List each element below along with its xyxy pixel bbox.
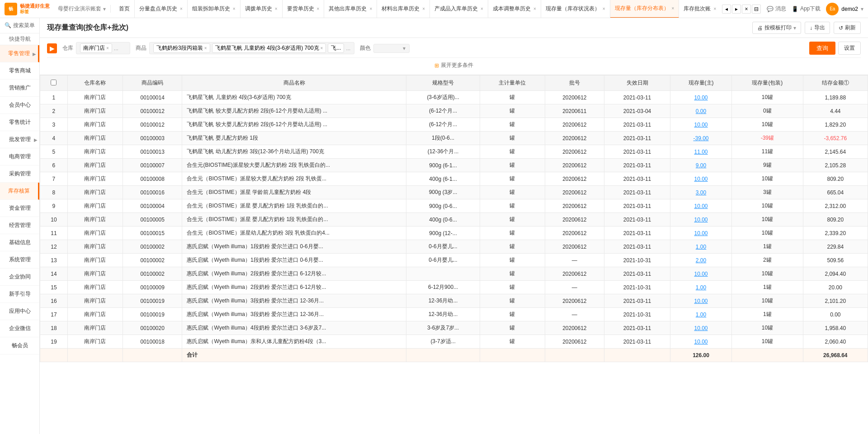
cell-qty-pkg: 10罐 — [732, 91, 803, 104]
sidebar-item-guide[interactable]: 新手引导 — [0, 286, 39, 303]
tab-home[interactable]: 首页 — [114, 0, 135, 18]
select-all-checkbox[interactable] — [51, 80, 57, 85]
cell-qty-main[interactable]: 9.00 — [670, 159, 731, 172]
cell-unit: 罐 — [480, 308, 545, 321]
cell-name: 飞鹤星飞帆 婴儿配方奶粉 1段 — [182, 132, 406, 145]
sidebar-item-finance[interactable]: 资金管理 — [0, 200, 39, 217]
logo-text: 畅捷通好生意 — [20, 3, 50, 9]
sidebar-item-basic-info[interactable]: 基础信息 — [0, 234, 39, 251]
warehouse-tag-close[interactable]: × — [106, 46, 109, 51]
tab-cailiao[interactable]: 材料出库单历史 × — [377, 0, 430, 18]
sidebar-item-retail-stats[interactable]: 零售统计 — [0, 114, 39, 131]
warehouse-selector[interactable]: 母婴行业演示账套 ▾ — [53, 5, 111, 13]
sidebar-quick-nav[interactable]: 快捷导航 — [0, 33, 39, 45]
tab-chengben[interactable]: 成本调整单历史 × — [488, 0, 541, 18]
cell-qty-main[interactable]: 10.00 — [670, 91, 731, 104]
setting-button[interactable]: 设置 — [838, 42, 861, 55]
tab-qitachu[interactable]: 其他出库单历史 × — [324, 0, 377, 18]
sidebar-item-inventory[interactable]: 库存核算 — [0, 183, 39, 200]
color-tag-group[interactable]: ▾ — [373, 44, 410, 53]
tab-close-zuhe[interactable]: × — [233, 6, 236, 11]
product-tag-1-close[interactable]: × — [204, 46, 207, 51]
cell-qty-main[interactable]: 10.00 — [670, 267, 731, 281]
sidebar-search[interactable]: 🔍 搜索菜单 — [0, 18, 39, 33]
cell-qty-main[interactable]: 10.00 — [670, 294, 731, 308]
cell-amount: 2,145.64 — [803, 145, 868, 159]
cell-qty-main[interactable]: 1.00 — [670, 281, 731, 294]
tab-fenpan[interactable]: 分量盘点单历史 × — [135, 0, 188, 18]
tab-chengpin[interactable]: 产成品入库单历史 × — [430, 0, 488, 18]
tab-close-yaohuo[interactable]: × — [317, 6, 320, 11]
refresh-btn[interactable]: ↺ 刷新 — [834, 22, 861, 34]
filter-expand-btn[interactable]: ▶ — [47, 43, 57, 53]
tab-close-pici[interactable]: × — [713, 6, 716, 11]
cell-no: 10 — [40, 213, 68, 226]
cell-warehouse: 南岸门店 — [67, 91, 123, 104]
cell-spec: (12-36个月... — [406, 145, 480, 159]
col-checkbox[interactable] — [40, 75, 68, 91]
cell-qty-main[interactable]: 0.00 — [670, 104, 731, 118]
user-area[interactable]: Ea demo2 ▾ — [826, 3, 863, 15]
tab-xiancun1[interactable]: 现存量（库存状况表） × — [541, 0, 610, 18]
warehouse-tag-group[interactable]: 南岸门店 × ... — [76, 42, 130, 54]
tab-close-diaob[interactable]: × — [275, 6, 278, 11]
tab-diaob[interactable]: 调拨单历史 × — [241, 0, 283, 18]
cell-unit: 罐 — [480, 132, 545, 145]
cell-qty-main[interactable]: 2.00 — [670, 254, 731, 267]
product-tag-group[interactable]: 飞鹤奶粉3段丙箱装 × 飞鹤星飞帆 儿童奶粉 4段(3-6岁适用) 700克 ×… — [149, 42, 354, 54]
tab-menu-btn[interactable]: ⊟ — [752, 5, 761, 14]
warehouse-filter-more[interactable]: ... — [114, 45, 118, 52]
cell-qty-main[interactable]: 11.00 — [670, 145, 731, 159]
sidebar-item-ecommerce[interactable]: 电商管理 — [0, 148, 39, 165]
query-button[interactable]: 查询 — [809, 42, 835, 55]
cell-qty-main[interactable]: -39.00 — [670, 132, 731, 145]
tab-yaohuo[interactable]: 要货单历史 × — [283, 0, 325, 18]
tab-zuhe[interactable]: 组装拆卸单历史 × — [188, 0, 241, 18]
app-download-btn[interactable]: 📱 App下载 — [792, 5, 821, 13]
sidebar-item-purchase[interactable]: 采购管理 — [0, 165, 39, 183]
tab-xiancun2[interactable]: 现存量（库存分布表） × — [610, 0, 679, 18]
message-btn[interactable]: 💬 消息 — [767, 5, 786, 13]
tab-close-chengpin[interactable]: × — [481, 6, 483, 11]
cell-qty-main[interactable]: 10.00 — [670, 199, 731, 213]
tab-close-all-btn[interactable]: × — [742, 5, 751, 14]
tab-pici[interactable]: 库存批次账 × — [679, 0, 716, 18]
cell-name: 飞鹤星飞帆 较大婴儿配方奶粉 2段(6-12个月婴幼儿适用) ... — [182, 104, 406, 118]
cell-qty-main[interactable]: 10.00 — [670, 226, 731, 240]
cell-qty-main[interactable]: 3.00 — [670, 186, 731, 199]
cell-qty-main[interactable]: 10.00 — [670, 172, 731, 186]
sidebar-item-operations[interactable]: 经营管理 — [0, 217, 39, 234]
tab-close-xiancun1[interactable]: × — [603, 6, 605, 11]
product-tag-2-close[interactable]: × — [321, 46, 323, 51]
cell-code: 00100016 — [123, 186, 182, 199]
sidebar-item-marketing[interactable]: 营销推广 — [0, 80, 39, 97]
sidebar-item-wholesale[interactable]: 批发管理 ▶ — [0, 131, 39, 148]
cell-qty-main[interactable]: 10.00 — [670, 335, 731, 349]
cell-no: 9 — [40, 199, 68, 213]
sidebar-item-system[interactable]: 系统管理 — [0, 251, 39, 269]
cell-qty-main[interactable]: 1.00 — [670, 240, 731, 254]
tab-close-chengben[interactable]: × — [533, 6, 536, 11]
tab-close-cailiao[interactable]: × — [422, 6, 425, 11]
sidebar-item-retail-mgmt[interactable]: 零售管理 ▶ — [0, 45, 39, 62]
expand-more-btn[interactable]: ⊞ 展开更多条件 — [433, 60, 475, 71]
tab-prev-btn[interactable]: ◂ — [722, 5, 731, 14]
sidebar-item-enterprise[interactable]: 企业协同 — [0, 269, 39, 286]
cell-qty-main[interactable]: 1.00 — [670, 308, 731, 321]
cell-qty-main[interactable]: 10.00 — [670, 321, 731, 335]
product-filter-more[interactable]: ... — [346, 45, 350, 52]
tab-close-qitachu[interactable]: × — [369, 6, 372, 11]
cell-qty-main[interactable]: 10.00 — [670, 118, 731, 132]
sidebar-item-app-center[interactable]: 应用中心 — [0, 303, 39, 320]
sidebar-item-member[interactable]: 会员中心 — [0, 97, 39, 114]
tab-close-xiancun2[interactable]: × — [672, 6, 675, 11]
export-btn[interactable]: ↓ 导出 — [805, 22, 830, 34]
sidebar-item-wechat[interactable]: 企业微信 — [0, 320, 39, 337]
cell-qty-main[interactable]: 10.00 — [670, 213, 731, 226]
tab-close-fenpan[interactable]: × — [180, 6, 183, 11]
print-btn[interactable]: 🖨 按模板打印 ▾ — [752, 22, 801, 34]
sidebar-item-member2[interactable]: 畅会员 — [0, 337, 39, 354]
cell-amount: 1,958.40 — [803, 321, 868, 335]
tab-next-btn[interactable]: ▸ — [732, 5, 741, 14]
sidebar-item-retail-mall[interactable]: 零售商城 — [0, 62, 39, 80]
